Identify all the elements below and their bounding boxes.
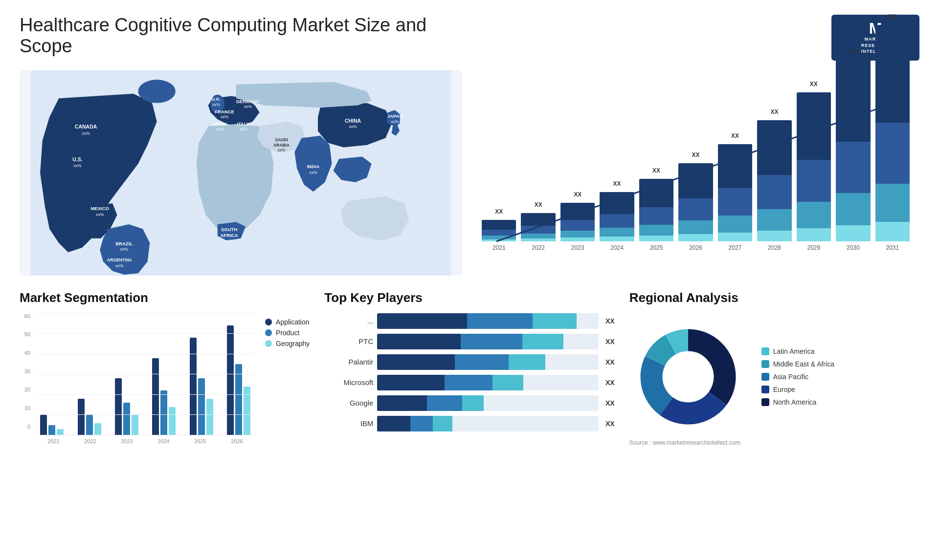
legend-asia-pacific: Asia Pacific bbox=[761, 373, 834, 381]
legend-latin-america: Latin America bbox=[761, 347, 834, 355]
regional-section: Regional Analysis bbox=[629, 290, 919, 446]
svg-text:xx%: xx% bbox=[73, 163, 82, 168]
svg-point-42 bbox=[665, 353, 712, 400]
legend-geography: Geography bbox=[265, 340, 310, 347]
player-name-dots: ... bbox=[324, 317, 373, 325]
svg-text:SAUDI: SAUDI bbox=[275, 137, 288, 142]
legend-dot-asia-pacific bbox=[761, 373, 769, 381]
player-name-palantir: Palantir bbox=[324, 358, 373, 366]
legend-europe: Europe bbox=[761, 386, 834, 393]
seg-group-2023 bbox=[110, 313, 143, 435]
page-title: Healthcare Cognitive Computing Market Si… bbox=[20, 15, 460, 57]
legend-product: Product bbox=[265, 329, 310, 337]
player-row-ptc: PTC XX bbox=[324, 334, 614, 349]
svg-text:ARGENTINA: ARGENTINA bbox=[107, 258, 132, 262]
svg-text:CANADA: CANADA bbox=[75, 124, 97, 129]
svg-text:xx%: xx% bbox=[349, 124, 357, 129]
bar-2026: XX 2026 bbox=[678, 85, 713, 251]
regional-legend: Latin America Middle East & Africa Asia … bbox=[761, 347, 834, 406]
svg-text:INDIA: INDIA bbox=[307, 164, 319, 169]
seg-bars bbox=[35, 313, 255, 435]
bar-2025: XX 2025 bbox=[639, 85, 673, 251]
svg-text:xx%: xx% bbox=[239, 127, 247, 131]
legend-north-america: North America bbox=[761, 398, 834, 406]
seg-group-2026 bbox=[222, 313, 255, 435]
legend-dot-application bbox=[265, 319, 272, 325]
svg-text:FRANCE: FRANCE bbox=[215, 109, 234, 114]
bar-2027: XX 2027 bbox=[718, 85, 752, 251]
svg-text:xx%: xx% bbox=[115, 263, 124, 268]
player-row-google: Google XX bbox=[324, 395, 614, 411]
segmentation-legend: Application Product Geography bbox=[265, 318, 310, 347]
svg-text:xx%: xx% bbox=[277, 148, 286, 152]
svg-text:xx%: xx% bbox=[82, 131, 90, 136]
player-bar-google bbox=[377, 395, 599, 411]
seg-y-axis: 60 50 40 30 20 10 0 bbox=[20, 313, 33, 430]
svg-text:xx%: xx% bbox=[225, 238, 234, 243]
bar-chart-section: XX 2021 XX bbox=[477, 70, 919, 276]
svg-text:AFRICA: AFRICA bbox=[221, 233, 238, 238]
players-title: Top Key Players bbox=[324, 290, 614, 305]
svg-text:xx%: xx% bbox=[120, 247, 129, 252]
legend-dot-north-america bbox=[761, 398, 769, 406]
svg-text:xx%: xx% bbox=[221, 114, 229, 119]
svg-text:JAPAN: JAPAN bbox=[387, 113, 403, 119]
player-name-google: Google bbox=[324, 399, 373, 407]
legend-application: Application bbox=[265, 318, 310, 326]
source-line: Source : www.marketresearchintellect.com bbox=[629, 439, 740, 446]
player-bar-ptc bbox=[377, 334, 599, 349]
legend-middle-east-africa: Middle East & Africa bbox=[761, 360, 834, 368]
legend-dot-middle-east-africa bbox=[761, 360, 769, 368]
seg-group-2024 bbox=[147, 313, 180, 435]
player-name-microsoft: Microsoft bbox=[324, 378, 373, 387]
svg-text:U.S.: U.S. bbox=[72, 156, 83, 162]
svg-text:U.K.: U.K. bbox=[211, 96, 221, 102]
seg-x-labels: 2021 2022 2023 2024 2025 2026 bbox=[35, 438, 255, 444]
svg-text:xx%: xx% bbox=[96, 212, 104, 217]
seg-group-2021 bbox=[35, 313, 68, 435]
svg-text:ITALY: ITALY bbox=[237, 121, 250, 126]
player-bar-palantir bbox=[377, 354, 599, 370]
bar-2031: XX 2031 bbox=[875, 85, 910, 251]
bar-2024: XX 2024 bbox=[600, 85, 634, 251]
player-name-ibm: IBM bbox=[324, 419, 373, 428]
donut-chart bbox=[629, 318, 747, 435]
regional-title: Regional Analysis bbox=[629, 290, 738, 305]
player-bar-dots bbox=[377, 313, 599, 329]
legend-dot-latin-america bbox=[761, 347, 769, 355]
player-bar-ibm bbox=[377, 416, 599, 431]
svg-text:MEXICO: MEXICO bbox=[90, 206, 109, 211]
svg-text:CHINA: CHINA bbox=[345, 118, 361, 124]
seg-group-2025 bbox=[184, 313, 218, 435]
svg-text:GERMANY: GERMANY bbox=[236, 99, 260, 104]
svg-text:ARABIA: ARABIA bbox=[273, 142, 290, 147]
bar-2021: XX 2021 bbox=[482, 85, 516, 251]
segmentation-section: Market Segmentation 60 50 40 30 20 10 0 bbox=[20, 290, 310, 446]
svg-text:xx%: xx% bbox=[309, 170, 317, 175]
bar-2029: XX 2029 bbox=[797, 85, 831, 251]
header: Healthcare Cognitive Computing Market Si… bbox=[20, 15, 919, 61]
svg-text:SOUTH: SOUTH bbox=[221, 227, 237, 232]
bar-2030: XX 2030 bbox=[836, 85, 870, 251]
world-map: CANADA xx% U.S. xx% MEXICO xx% BRAZIL xx… bbox=[20, 70, 462, 276]
player-row-microsoft: Microsoft XX bbox=[324, 375, 614, 390]
donut-area: Latin America Middle East & Africa Asia … bbox=[629, 318, 834, 435]
map-section: CANADA xx% U.S. xx% MEXICO xx% BRAZIL xx… bbox=[20, 70, 462, 276]
bar-2028: XX 2028 bbox=[757, 85, 791, 251]
legend-dot-product bbox=[265, 329, 272, 336]
segmentation-title: Market Segmentation bbox=[20, 290, 310, 305]
svg-text:BRAZIL: BRAZIL bbox=[115, 241, 133, 246]
legend-dot-geography bbox=[265, 340, 272, 347]
players-section: Top Key Players ... XX PTC bbox=[324, 290, 614, 446]
player-row-dots: ... XX bbox=[324, 313, 614, 329]
seg-group-2022 bbox=[72, 313, 106, 435]
legend-dot-europe bbox=[761, 386, 769, 393]
svg-text:xx%: xx% bbox=[212, 102, 221, 107]
bar-2022: XX 2022 bbox=[521, 85, 555, 251]
player-row-palantir: Palantir XX bbox=[324, 354, 614, 370]
svg-text:xx%: xx% bbox=[391, 119, 399, 124]
svg-point-1 bbox=[138, 80, 176, 103]
bar-2023: XX 2023 bbox=[560, 85, 595, 251]
player-name-ptc: PTC bbox=[324, 337, 373, 345]
player-bar-microsoft bbox=[377, 375, 599, 390]
